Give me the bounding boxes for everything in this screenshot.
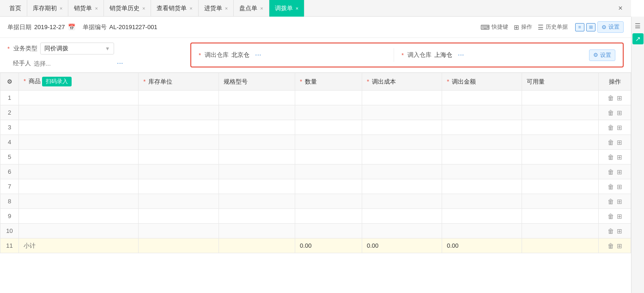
- copy-row-icon-5[interactable]: ⊞: [617, 153, 622, 161]
- spec-cell-10[interactable]: [219, 224, 295, 238]
- delete-row-icon-5[interactable]: 🗑: [608, 153, 614, 161]
- view-toggle-grid[interactable]: ⊞: [586, 23, 595, 31]
- tab-transfer[interactable]: 调拨单 ×: [269, 0, 304, 17]
- tab-close-inventory-check[interactable]: ×: [260, 6, 263, 11]
- tab-home[interactable]: 首页: [4, 0, 27, 17]
- cost-cell-5[interactable]: [362, 150, 442, 165]
- date-value[interactable]: 2019-12-27: [34, 24, 65, 31]
- avail-cell-8[interactable]: [522, 194, 599, 209]
- avail-cell-9[interactable]: [522, 209, 599, 224]
- avail-cell-3[interactable]: [522, 120, 599, 135]
- delete-row-icon-8[interactable]: 🗑: [608, 198, 614, 205]
- tab-inventory-check[interactable]: 盘点单 ×: [234, 0, 269, 17]
- product-cell-2[interactable]: [19, 105, 139, 120]
- warehouse-settings-btn[interactable]: ⚙ 设置: [589, 49, 615, 61]
- spec-cell-8[interactable]: [219, 194, 295, 209]
- product-cell-9[interactable]: [19, 209, 139, 224]
- copy-row-icon-7[interactable]: ⊞: [617, 183, 622, 190]
- delete-row-icon-6[interactable]: 🗑: [608, 168, 614, 176]
- amount-cell-7[interactable]: [442, 179, 522, 194]
- amount-cell-8[interactable]: [442, 194, 522, 209]
- person-more-btn[interactable]: ···: [117, 59, 123, 67]
- cost-cell-4[interactable]: [362, 135, 442, 150]
- tab-sales-history[interactable]: 销货单历史 ×: [104, 0, 151, 17]
- unit-cell-10[interactable]: [139, 224, 219, 238]
- avail-cell-10[interactable]: [522, 224, 599, 238]
- unit-cell-4[interactable]: [139, 135, 219, 150]
- sidebar-list-icon[interactable]: ☰: [632, 20, 644, 31]
- unit-cell-5[interactable]: [139, 150, 219, 165]
- tab-close-inventory-init[interactable]: ×: [60, 6, 62, 11]
- product-cell-7[interactable]: [19, 179, 139, 194]
- avail-cell-5[interactable]: [522, 150, 599, 165]
- cost-cell-10[interactable]: [362, 224, 442, 238]
- amount-cell-4[interactable]: [442, 135, 522, 150]
- amount-cell-2[interactable]: [442, 105, 522, 120]
- amount-cell-3[interactable]: [442, 120, 522, 135]
- copy-row-icon-8[interactable]: ⊞: [617, 198, 622, 205]
- calendar-icon[interactable]: 📅: [68, 24, 75, 31]
- delete-row-icon-11[interactable]: 🗑: [608, 242, 614, 250]
- spec-cell-2[interactable]: [219, 105, 295, 120]
- copy-row-icon-1[interactable]: ⊞: [617, 94, 622, 102]
- out-warehouse-value[interactable]: 北京仓: [231, 51, 249, 59]
- sidebar-export-icon[interactable]: ↗: [632, 33, 644, 44]
- tab-view-sales[interactable]: 查看销货单 ×: [151, 0, 198, 17]
- qty-cell-5[interactable]: [295, 150, 362, 165]
- tab-close-view-sales[interactable]: ×: [189, 6, 192, 11]
- cost-cell-8[interactable]: [362, 194, 442, 209]
- product-cell-3[interactable]: [19, 120, 139, 135]
- tab-purchase[interactable]: 进货单 ×: [199, 0, 234, 17]
- unit-cell-3[interactable]: [139, 120, 219, 135]
- amount-cell-1[interactable]: [442, 91, 522, 105]
- avail-cell-7[interactable]: [522, 179, 599, 194]
- spec-cell-5[interactable]: [219, 150, 295, 165]
- tab-inventory-init[interactable]: 库存期初 ×: [27, 0, 68, 17]
- qty-cell-9[interactable]: [295, 209, 362, 224]
- unit-cell-9[interactable]: [139, 209, 219, 224]
- cost-cell-7[interactable]: [362, 179, 442, 194]
- amount-cell-10[interactable]: [442, 224, 522, 238]
- copy-row-icon-11[interactable]: ⊞: [617, 242, 622, 250]
- spec-cell-9[interactable]: [219, 209, 295, 224]
- spec-cell-4[interactable]: [219, 135, 295, 150]
- in-warehouse-more-btn[interactable]: ···: [458, 51, 464, 59]
- copy-row-icon-2[interactable]: ⊞: [617, 109, 622, 116]
- copy-row-icon-4[interactable]: ⊞: [617, 139, 622, 146]
- avail-cell-1[interactable]: [522, 91, 599, 105]
- unit-cell-8[interactable]: [139, 194, 219, 209]
- delete-row-icon-3[interactable]: 🗑: [608, 124, 614, 131]
- unit-cell-2[interactable]: [139, 105, 219, 120]
- scan-button[interactable]: 扫码录入: [42, 77, 72, 86]
- in-warehouse-value[interactable]: 上海仓: [434, 51, 452, 59]
- spec-cell-7[interactable]: [219, 179, 295, 194]
- delete-row-icon-10[interactable]: 🗑: [608, 227, 614, 235]
- window-close-button[interactable]: ×: [614, 1, 627, 15]
- gear-column-header[interactable]: ⚙: [0, 73, 19, 91]
- avail-cell-6[interactable]: [522, 165, 599, 179]
- product-cell-6[interactable]: [19, 165, 139, 179]
- person-input[interactable]: [34, 60, 111, 67]
- cost-cell-9[interactable]: [362, 209, 442, 224]
- product-cell-8[interactable]: [19, 194, 139, 209]
- cost-cell-1[interactable]: [362, 91, 442, 105]
- delete-row-icon-2[interactable]: 🗑: [608, 109, 614, 116]
- spec-cell-3[interactable]: [219, 120, 295, 135]
- avail-cell-2[interactable]: [522, 105, 599, 120]
- shortcut-btn[interactable]: ⌨ 快捷键: [480, 23, 508, 31]
- history-btn[interactable]: ☰ 历史单据: [538, 23, 568, 31]
- qty-cell-2[interactable]: [295, 105, 362, 120]
- spec-cell-6[interactable]: [219, 165, 295, 179]
- copy-row-icon-9[interactable]: ⊞: [617, 213, 622, 220]
- amount-cell-6[interactable]: [442, 165, 522, 179]
- amount-cell-5[interactable]: [442, 150, 522, 165]
- amount-cell-9[interactable]: [442, 209, 522, 224]
- settings-button[interactable]: ⚙ 设置: [597, 21, 624, 33]
- qty-cell-6[interactable]: [295, 165, 362, 179]
- copy-row-icon-3[interactable]: ⊞: [617, 124, 622, 131]
- delete-row-icon-9[interactable]: 🗑: [608, 213, 614, 220]
- delete-row-icon-7[interactable]: 🗑: [608, 183, 614, 190]
- product-cell-4[interactable]: [19, 135, 139, 150]
- tab-sales-order[interactable]: 销货单 ×: [68, 0, 103, 17]
- cost-cell-2[interactable]: [362, 105, 442, 120]
